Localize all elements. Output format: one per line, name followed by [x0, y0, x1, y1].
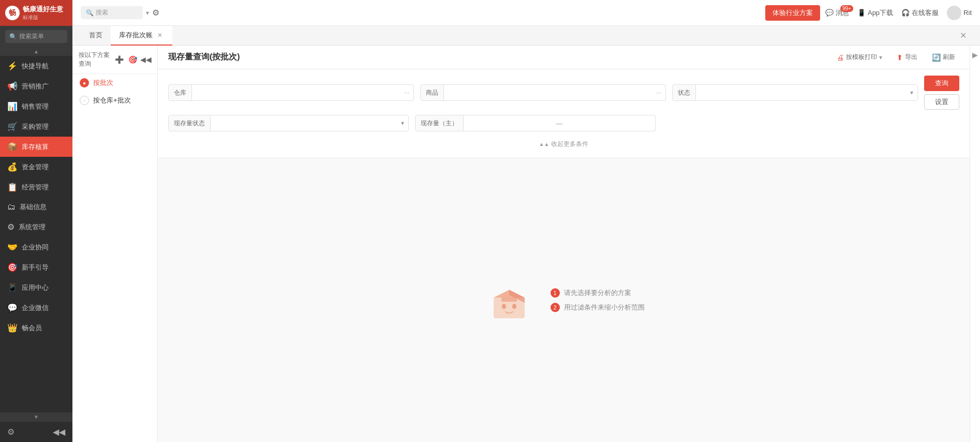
print-dropdown-icon[interactable]: ▾ — [879, 54, 882, 61]
print-button[interactable]: 🖨 按模板打印 ▾ — [833, 51, 886, 64]
filter-row-2: 现存量状态 ▾ 现存量（主） — — [168, 115, 959, 131]
left-panel: 按以下方案查询 ➕ 🎯 ◀◀ ● 按批次 ○ 按仓库+批次 — [72, 46, 158, 442]
collapse-left-panel-button[interactable]: ◀◀ — [141, 54, 151, 65]
right-panel-close-button[interactable]: ▶ — [972, 51, 978, 59]
tab-close-button[interactable]: ✕ — [156, 31, 164, 39]
inventory-icon: 📦 — [7, 142, 18, 152]
svg-point-5 — [512, 304, 516, 309]
main-panel: 现存量查询(按批次) 🖨 按模板打印 ▾ ⬆ 导出 🔄 刷新 — [158, 46, 970, 442]
product-filter-input[interactable] — [444, 89, 652, 96]
sidebar-scroll-up[interactable]: ▲ — [0, 47, 72, 56]
product-more-icon[interactable]: ··· — [652, 89, 665, 96]
empty-tip-1-text: 请先选择要分析的方案 — [564, 288, 631, 298]
company-edition: 标准版 — [23, 14, 63, 21]
scheme-by-warehouse-batch[interactable]: ○ 按仓库+批次 — [72, 92, 157, 109]
collapse-arrow-icon: ▲▲ — [539, 141, 550, 147]
tab-batch-account-label: 库存批次账 — [119, 31, 153, 40]
scheme-by-batch-label: 按批次 — [93, 78, 113, 87]
sidebar-header: 畅 畅康通好生意 标准版 — [0, 0, 72, 26]
wechat-icon: 💬 — [7, 303, 18, 313]
settings-icon[interactable]: ⚙ — [7, 427, 14, 437]
sidebar-item-purchase[interactable]: 🛒 采购管理 — [0, 116, 72, 137]
empty-tip-2-text: 用过滤条件来缩小分析范围 — [564, 303, 645, 312]
logo-icon: 畅 — [5, 6, 20, 20]
topbar-chevron-icon[interactable]: ▾ — [146, 9, 149, 17]
trial-button[interactable]: 体验行业方案 — [765, 5, 820, 21]
inventory-qty-min-input[interactable] — [464, 120, 553, 127]
sidebar-item-membership[interactable]: 👑 畅会员 — [0, 318, 72, 338]
sidebar-item-finance[interactable]: 💰 资金管理 — [0, 157, 72, 177]
user-profile-button[interactable]: Rit — [947, 6, 972, 20]
messages-badge: 99+ — [840, 5, 853, 12]
app-download-icon: 📱 — [857, 9, 866, 17]
tab-home[interactable]: 首页 — [81, 26, 111, 46]
collapse-sidebar-icon[interactable]: ◀◀ — [53, 427, 65, 437]
sidebar-item-wechat-label: 企业微信 — [22, 303, 49, 313]
sidebar-search-area[interactable]: 🔍 搜索菜单 — [0, 26, 72, 47]
tabs-bar: 首页 库存批次账 ✕ ✕ — [72, 26, 980, 46]
finance-icon: 💰 — [7, 162, 18, 172]
left-panel-icons: ➕ 🎯 ◀◀ — [114, 54, 151, 65]
online-service-button[interactable]: 🎧 在线客服 — [901, 8, 939, 18]
scheme-by-batch[interactable]: ● 按批次 — [72, 74, 157, 92]
sidebar-item-marketing[interactable]: 📢 营销推广 — [0, 76, 72, 96]
status-filter-label: 状态 — [673, 85, 696, 100]
operations-icon: 📋 — [7, 182, 18, 192]
qty-range-dash: — — [553, 120, 566, 127]
inventory-status-select[interactable]: ▾ — [211, 115, 408, 131]
app-download-button[interactable]: 📱 App下载 — [857, 8, 893, 18]
sidebar-search-box[interactable]: 🔍 搜索菜单 — [5, 30, 67, 43]
filter-settings-button[interactable]: 设置 — [924, 94, 959, 110]
sidebar-search-label: 搜索菜单 — [19, 32, 44, 41]
app-download-label: App下载 — [868, 8, 893, 18]
export-button[interactable]: ⬆ 导出 — [893, 51, 922, 64]
add-scheme-button[interactable]: ➕ — [114, 54, 124, 65]
refresh-button[interactable]: 🔄 刷新 — [928, 51, 959, 64]
product-filter: 商品 ··· — [420, 84, 666, 101]
sidebar-item-sales[interactable]: 📊 销售管理 — [0, 96, 72, 116]
quick-nav-icon: ⚡ — [7, 61, 18, 71]
tab-batch-account[interactable]: 库存批次账 ✕ — [111, 26, 172, 46]
topbar-settings-icon[interactable]: ⚙ — [152, 8, 159, 18]
sidebar-item-inventory-label: 库存核算 — [22, 142, 49, 152]
sidebar-item-app-center[interactable]: 📱 应用中心 — [0, 277, 72, 298]
sidebar-item-wechat[interactable]: 💬 企业微信 — [0, 298, 72, 318]
header-actions: 🖨 按模板打印 ▾ ⬆ 导出 🔄 刷新 — [833, 51, 959, 64]
status-filter: 状态 ▾ — [672, 84, 918, 101]
basics-icon: 🗂 — [7, 202, 16, 212]
scheme-settings-button[interactable]: 🎯 — [127, 54, 138, 65]
sidebar-item-quick-nav[interactable]: ⚡ 快捷导航 — [0, 56, 72, 76]
sidebar-item-inventory[interactable]: 📦 库存核算 — [0, 137, 72, 157]
marketing-icon: 📢 — [7, 81, 18, 91]
close-tab-panel-button[interactable]: ✕ — [955, 31, 972, 40]
collapse-conditions-button[interactable]: ▲▲ 收起更多条件 — [168, 137, 959, 152]
sidebar-scroll-down[interactable]: ▼ — [0, 412, 72, 421]
refresh-icon: 🔄 — [932, 53, 941, 62]
sidebar-item-new-guide-label: 新手引导 — [22, 263, 49, 272]
inventory-status-label: 现存量状态 — [169, 115, 211, 131]
status-filter-select[interactable]: ▾ — [696, 85, 917, 100]
sidebar-footer: ⚙ ◀◀ — [0, 421, 72, 442]
scheme-by-warehouse-batch-label: 按仓库+批次 — [93, 96, 131, 105]
status-dropdown-icon: ▾ — [910, 89, 913, 96]
app-center-icon: 📱 — [7, 283, 18, 292]
svg-rect-3 — [501, 298, 517, 302]
inventory-qty-max-input[interactable] — [566, 120, 656, 127]
sidebar-item-operations[interactable]: 📋 经营管理 — [0, 177, 72, 197]
messages-button[interactable]: 💬 消息 99+ — [825, 8, 849, 18]
membership-icon: 👑 — [7, 323, 18, 333]
empty-tips: 1 请先选择要分析的方案 2 用过滤条件来缩小分析范围 — [551, 288, 645, 312]
sidebar-item-system[interactable]: ⚙ 系统管理 — [0, 217, 72, 237]
sidebar-item-new-guide[interactable]: 🎯 新手引导 — [0, 257, 72, 277]
inventory-qty-label: 现存量（主） — [415, 115, 464, 131]
sidebar-item-basics[interactable]: 🗂 基础信息 — [0, 197, 72, 217]
topbar-left: 🔍 搜索 ▾ ⚙ — [81, 6, 760, 19]
query-button[interactable]: 查询 — [924, 76, 959, 91]
warehouse-more-icon[interactable]: ··· — [400, 89, 413, 96]
topbar-search-box[interactable]: 🔍 搜索 — [81, 6, 143, 19]
warehouse-filter-input[interactable] — [192, 89, 400, 96]
inventory-status-filter: 现存量状态 ▾ — [168, 115, 409, 131]
main-panel-header: 现存量查询(按批次) 🖨 按模板打印 ▾ ⬆ 导出 🔄 刷新 — [158, 46, 970, 69]
topbar: 🔍 搜索 ▾ ⚙ 体验行业方案 💬 消息 99+ 📱 App下载 🎧 在线客服 — [72, 0, 980, 26]
sidebar-item-enterprise[interactable]: 🤝 企业协同 — [0, 237, 72, 257]
